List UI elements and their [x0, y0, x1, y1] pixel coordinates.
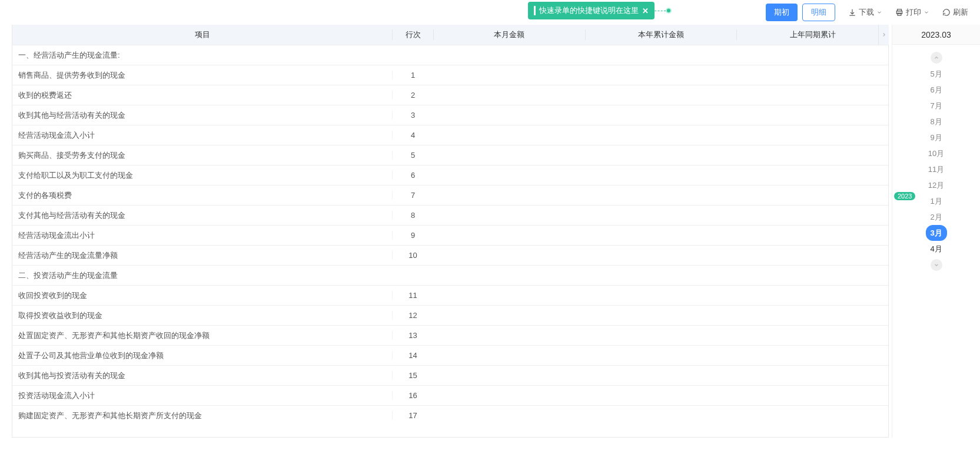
header-month: 本月金额: [433, 29, 585, 40]
cell-name: 二、投资活动产生的现金流量: [12, 270, 392, 281]
cell-row: 4: [392, 131, 433, 140]
download-button[interactable]: 下载: [848, 7, 882, 18]
chevron-down-icon: [876, 9, 882, 15]
refresh-icon: [942, 8, 951, 16]
cell-name: 支付给职工以及为职工支付的现金: [12, 170, 392, 181]
cell-name: 购建固定资产、无形资产和其他长期资产所支付的现金: [12, 410, 392, 421]
cell-name: 处置子公司及其他营业单位收到的现金净额: [12, 350, 392, 361]
download-label: 下载: [859, 7, 874, 18]
cell-row: 14: [392, 351, 433, 360]
print-icon: [895, 8, 903, 16]
cell-name: 收到的税费返还: [12, 90, 392, 101]
cell-name: 收回投资收到的现金: [12, 290, 392, 301]
expand-chevron[interactable]: [878, 25, 889, 45]
cell-row: 5: [392, 151, 433, 160]
hint-connector-dot: [666, 8, 672, 14]
hint-bar-icon: [534, 6, 536, 15]
chevron-down-icon: [923, 9, 929, 15]
header-year: 本年累计金额: [585, 29, 737, 40]
cell-name: 取得投资收益收到的现金: [12, 310, 392, 321]
cell-row: 11: [392, 291, 433, 300]
cell-name: 收到其他与经营活动有关的现金: [12, 110, 392, 121]
cell-row: 7: [392, 191, 433, 200]
table-row[interactable]: 支付给职工以及为职工支付的现金6: [12, 165, 888, 185]
month-item[interactable]: 12月: [926, 177, 947, 193]
cashflow-table: 项目 行次 本月金额 本年累计金额 上年同期累计 一、经营活动产生的现金流量:销…: [12, 25, 889, 438]
table-body[interactable]: 一、经营活动产生的现金流量:销售商品、提供劳务收到的现金1收到的税费返还2收到其…: [12, 45, 888, 437]
table-row[interactable]: 收到其他与经营活动有关的现金3: [12, 105, 888, 125]
month-item[interactable]: 11月: [926, 161, 947, 177]
month-item[interactable]: 5月: [926, 66, 947, 82]
download-icon: [848, 8, 856, 16]
cell-name: 收到其他与投资活动有关的现金: [12, 370, 392, 381]
cell-row: 17: [392, 411, 433, 420]
cell-name: 支付的各项税费: [12, 190, 392, 201]
detail-button[interactable]: 明细: [802, 4, 835, 21]
table-row[interactable]: 收到其他与投资活动有关的现金15: [12, 365, 888, 385]
period-month-list: 5月6月7月8月9月10月11月12月20231月2月3月4月: [892, 45, 980, 278]
header-name: 项目: [12, 29, 392, 40]
print-button[interactable]: 打印: [895, 7, 929, 18]
hint-bubble: 快速录单的快捷键说明在这里 ✕: [528, 2, 655, 19]
table-row[interactable]: 销售商品、提供劳务收到的现金1: [12, 65, 888, 85]
cell-row: 12: [392, 311, 433, 320]
table-row[interactable]: 投资活动现金流入小计16: [12, 385, 888, 405]
cell-row: 6: [392, 171, 433, 180]
scroll-up-icon[interactable]: [931, 52, 942, 64]
table-row[interactable]: 购建固定资产、无形资产和其他长期资产所支付的现金17: [12, 405, 888, 425]
refresh-label: 刷新: [953, 7, 968, 18]
detail-label: 明细: [811, 7, 826, 18]
table-row[interactable]: 经营活动现金流入小计4: [12, 125, 888, 145]
cell-name: 销售商品、提供劳务收到的现金: [12, 70, 392, 81]
table-row[interactable]: 支付的各项税费7: [12, 185, 888, 205]
cell-row: 3: [392, 111, 433, 120]
month-item[interactable]: 4月: [926, 241, 947, 257]
cell-name: 经营活动现金流入小计: [12, 130, 392, 141]
month-item[interactable]: 3月: [926, 225, 947, 241]
cell-row: 16: [392, 391, 433, 400]
cell-row: 10: [392, 251, 433, 260]
cell-name: 一、经营活动产生的现金流量:: [12, 50, 392, 61]
month-item[interactable]: 6月: [926, 82, 947, 98]
table-row[interactable]: 取得投资收益收到的现金12: [12, 305, 888, 325]
month-item[interactable]: 10月: [926, 145, 947, 161]
month-item[interactable]: 7月: [926, 98, 947, 114]
table-row[interactable]: 一、经营活动产生的现金流量:: [12, 45, 888, 65]
table-row[interactable]: 收回投资收到的现金11: [12, 285, 888, 305]
year-badge: 2023: [894, 192, 915, 200]
period-panel: 2023.03 5月6月7月8月9月10月11月12月20231月2月3月4月: [892, 25, 980, 438]
table-row[interactable]: 经营活动产生的现金流量净额10: [12, 245, 888, 265]
period-year-label[interactable]: 2023.03: [892, 25, 980, 45]
cell-name: 支付其他与经营活动有关的现金: [12, 210, 392, 221]
month-item[interactable]: 8月: [926, 114, 947, 130]
period-begin-label: 期初: [774, 7, 789, 18]
table-row[interactable]: 处置子公司及其他营业单位收到的现金净额14: [12, 345, 888, 365]
cell-row: 1: [392, 71, 433, 80]
table-row[interactable]: 二、投资活动产生的现金流量: [12, 265, 888, 285]
month-item[interactable]: 1月: [926, 193, 947, 209]
cell-row: 8: [392, 211, 433, 220]
scroll-down-icon[interactable]: [931, 259, 942, 271]
cell-name: 经营活动产生的现金流量净额: [12, 250, 392, 261]
cell-row: 13: [392, 331, 433, 340]
print-label: 打印: [906, 7, 921, 18]
refresh-button[interactable]: 刷新: [942, 7, 968, 18]
table-row[interactable]: 经营活动现金流出小计9: [12, 225, 888, 245]
cell-name: 投资活动现金流入小计: [12, 390, 392, 401]
cell-name: 购买商品、接受劳务支付的现金: [12, 150, 392, 161]
period-begin-button[interactable]: 期初: [766, 4, 798, 21]
hint-text: 快速录单的快捷键说明在这里: [539, 5, 639, 16]
header-row: 行次: [392, 29, 433, 40]
cell-row: 15: [392, 371, 433, 380]
cell-name: 处置固定资产、无形资产和其他长期资产收回的现金净额: [12, 330, 392, 341]
table-row[interactable]: 支付其他与经营活动有关的现金8: [12, 205, 888, 225]
toolbar: 快速录单的快捷键说明在这里 ✕ 期初 明细 下载 打印: [0, 0, 980, 25]
close-icon[interactable]: ✕: [642, 6, 649, 15]
table-row[interactable]: 收到的税费返还2: [12, 85, 888, 105]
cell-row: 9: [392, 231, 433, 240]
table-row[interactable]: 处置固定资产、无形资产和其他长期资产收回的现金净额13: [12, 325, 888, 345]
table-row[interactable]: 购买商品、接受劳务支付的现金5: [12, 145, 888, 165]
cell-row: 2: [392, 91, 433, 100]
month-item[interactable]: 9月: [926, 130, 947, 145]
month-item[interactable]: 2月: [926, 209, 947, 225]
